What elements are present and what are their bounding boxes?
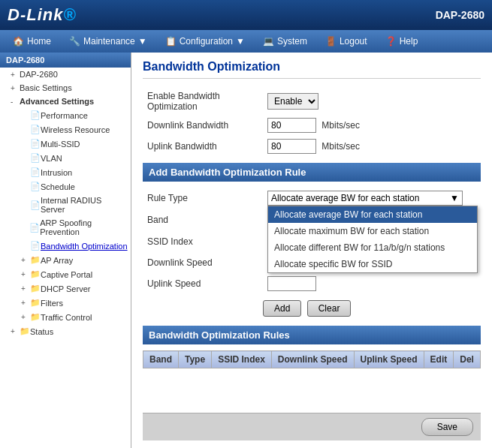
nav-configuration[interactable]: 📋 Configuration ▼ [156,33,254,50]
uplink-label: Uplink Bandwidth [143,136,263,157]
sidebar-item-wireless-resource[interactable]: 📄 Wireless Resource [0,122,131,137]
system-icon: 💻 [263,36,274,47]
col-type: Type [179,351,212,368]
content-area: Bandwidth Optimization Enable Bandwidth … [131,53,492,448]
sidebar-item-filters[interactable]: + 📁 Filters [0,296,131,310]
toggle-icon: + [21,270,30,278]
sidebar-item-captive-portal[interactable]: + 📁 Captive Portal [0,267,131,281]
sidebar-item-traffic-control[interactable]: + 📁 Traffic Control [0,310,131,324]
dropdown-selected-text: Allocate average BW for each station [271,193,419,203]
nav-maintenance[interactable]: 🔧 Maintenance ▼ [60,33,156,50]
add-rule-form: Rule Type Allocate average BW for each s… [143,188,481,294]
toggle-icon: + [11,327,20,335]
downlink-input[interactable] [267,118,316,133]
sidebar-item-dhcp-server[interactable]: + 📁 DHCP Server [0,281,131,296]
sidebar-item-dap2680[interactable]: + DAP-2680 [0,68,131,81]
chevron-down-icon: ▼ [236,36,245,47]
folder-icon: 📁 [30,255,41,265]
doc-icon: 📄 [30,139,41,149]
chevron-down-icon: ▼ [138,36,147,47]
dropdown-option-3[interactable]: Allocate different BW for 11a/b/g/n stat… [268,239,477,256]
sidebar: DAP-2680 + DAP-2680 + Basic Settings - A… [0,53,131,448]
col-del: Del [454,351,481,368]
form-buttons: Add Clear [143,300,481,317]
add-button[interactable]: Add [263,300,301,317]
toggle-icon: + [21,313,30,321]
dropdown-option-1[interactable]: Allocate average BW for each station [268,206,477,223]
nav-bar: 🏠 Home 🔧 Maintenance ▼ 📋 Configuration ▼… [0,30,492,53]
home-icon: 🏠 [13,36,24,47]
nav-system[interactable]: 💻 System [254,33,316,50]
nav-help[interactable]: ❓ Help [376,33,427,50]
uplink-input[interactable] [267,139,316,154]
toggle-icon: + [11,84,20,92]
device-label: DAP-2680 [436,9,484,21]
enable-label: Enable Bandwidth Optimization [143,88,263,115]
uplink-unit: Mbits/sec [321,141,360,152]
col-edit: Edit [424,351,454,368]
toggle-icon: + [21,299,30,307]
dropdown-menu: Allocate average BW for each station All… [267,206,478,273]
toggle-icon: + [21,256,30,264]
col-downlink-speed: Downlink Speed [271,351,354,368]
dropdown-option-4[interactable]: Allocate specific BW for SSID [268,256,477,272]
band-label: Band [143,209,263,231]
page-title: Bandwidth Optimization [143,60,481,79]
sidebar-header: DAP-2680 [0,53,131,68]
rules-table: Band Type SSID Index Downlink Speed Upli… [143,350,481,368]
config-icon: 📋 [165,36,177,47]
toggle-icon: - [11,98,20,106]
col-ssid-index: SSID Index [212,351,272,368]
col-uplink-speed: Uplink Speed [354,351,424,368]
doc-icon: 📄 [29,223,40,233]
sidebar-item-basic-settings[interactable]: + Basic Settings [0,81,131,95]
folder-icon: 📁 [30,312,41,322]
doc-icon: 📄 [30,200,41,210]
dropdown-option-2[interactable]: Allocate maximum BW for each station [268,223,477,239]
doc-icon: 📄 [30,241,41,251]
sidebar-item-bandwidth-optimization[interactable]: 📄 Bandwidth Optimization [0,239,131,253]
toggle-icon: + [11,71,20,79]
nav-logout[interactable]: 🚪 Logout [316,33,376,50]
ssid-index-label: SSID Index [143,231,263,252]
sidebar-item-multi-ssid[interactable]: 📄 Multi-SSID [0,137,131,151]
folder-icon: 📁 [30,298,41,308]
folder-icon: 📁 [30,269,41,279]
logo: D-Link® [8,5,77,25]
sidebar-item-advanced-settings[interactable]: - Advanced Settings [0,95,131,108]
uplink-speed-input[interactable] [267,276,316,291]
doc-icon: 📄 [30,167,41,177]
main-layout: DAP-2680 + DAP-2680 + Basic Settings - A… [0,53,492,448]
clear-button[interactable]: Clear [307,300,352,317]
downlink-speed-label: Downlink Speed [143,252,263,273]
rule-type-dropdown[interactable]: Allocate average BW for each station ▼ [267,191,463,206]
save-button[interactable]: Save [421,418,473,436]
chevron-down-icon: ▼ [450,193,459,203]
help-icon: ❓ [385,36,397,47]
sidebar-item-vlan[interactable]: 📄 VLAN [0,151,131,165]
sidebar-item-ap-array[interactable]: + 📁 AP Array [0,253,131,267]
logout-icon: 🚪 [325,36,337,47]
doc-icon: 📄 [30,110,41,120]
downlink-unit: Mbits/sec [321,120,360,131]
sidebar-item-schedule[interactable]: 📄 Schedule [0,179,131,194]
doc-icon: 📄 [30,182,41,191]
sidebar-item-radius-server[interactable]: 📄 Internal RADIUS Server [0,194,131,216]
nav-home[interactable]: 🏠 Home [4,33,60,50]
doc-icon: 📄 [30,125,41,134]
folder-icon: 📁 [30,284,41,293]
toggle-icon: + [21,284,30,293]
rule-type-dropdown-container: Allocate average BW for each station ▼ A… [267,191,463,206]
bottom-bar: Save [143,413,481,440]
rules-header: Bandwidth Optimization Rules [143,326,481,344]
col-band: Band [143,351,179,368]
sidebar-item-intrusion[interactable]: 📄 Intrusion [0,165,131,179]
top-bar: D-Link® DAP-2680 [0,0,492,30]
enable-select[interactable]: Enable [267,93,318,110]
rule-type-label: Rule Type [143,188,263,209]
sidebar-item-arp-spoofing[interactable]: 📄 ARP Spoofing Prevention [0,216,131,239]
sidebar-item-status[interactable]: + 📁 Status [0,324,131,338]
doc-icon: 📄 [30,153,41,163]
folder-icon: 📁 [20,326,30,336]
sidebar-item-performance[interactable]: 📄 Performance [0,108,131,122]
